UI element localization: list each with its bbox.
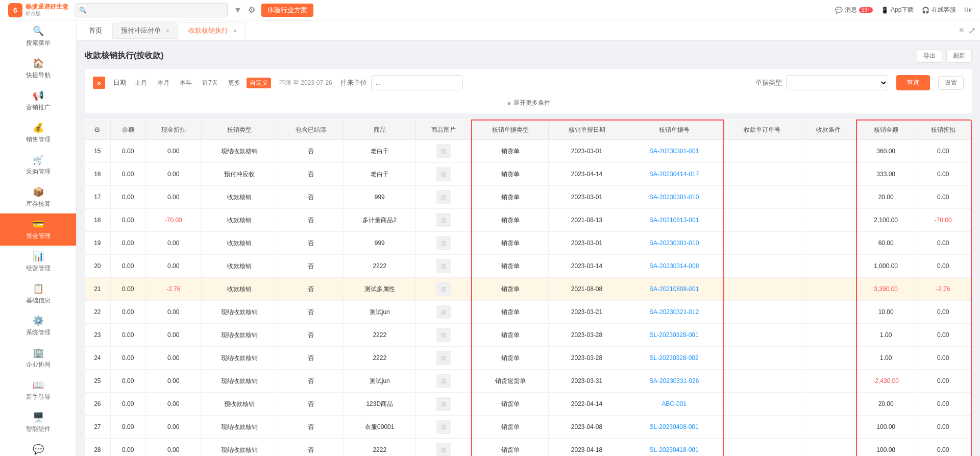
- cell-cancel-bill-no[interactable]: SA-20230414-017: [625, 163, 723, 186]
- tab-maximize-icon[interactable]: ⤢: [968, 25, 976, 36]
- industry-btn[interactable]: 休验行业方案: [261, 4, 313, 17]
- brand-name: 畅捷通谱好生意: [26, 3, 68, 10]
- sidebar-item-system[interactable]: ⚙️ 系统管理: [0, 310, 76, 342]
- bill-no-link[interactable]: SL-20230408-001: [650, 423, 699, 430]
- user-profile[interactable]: Rit: [964, 7, 972, 14]
- sidebar-item-wechat[interactable]: 💬 企业微信: [0, 439, 76, 456]
- cell-cancel-bill-no[interactable]: SL-20230418-001: [625, 439, 723, 457]
- cell-cancel-bill-no[interactable]: SA-20230321-012: [625, 301, 723, 324]
- cell-cancel-type: 现结收款核销: [201, 324, 278, 347]
- online-service-label: 在线客服: [932, 6, 956, 14]
- bill-type-filter: 单据类型: [755, 75, 888, 90]
- tab-receipt-cancel[interactable]: 收款核销执行 ×: [180, 22, 245, 39]
- sidebar-item-hardware[interactable]: 🖥️ 智能硬件: [0, 406, 76, 439]
- tab-prepay-close[interactable]: ×: [166, 28, 169, 34]
- table-row[interactable]: 26 0.00 0.00 预收款核销 否 123D商品 🖼 销货单 2022-0…: [85, 393, 971, 416]
- cell-cancel-type: 现结收款核销: [201, 347, 278, 370]
- table-row[interactable]: 16 0.00 0.00 预付冲应收 否 老白干 🖼 销货单 2023-04-1…: [85, 163, 971, 186]
- bill-no-link[interactable]: SA-20230331-026: [649, 377, 699, 385]
- date-7days[interactable]: 近7天: [198, 78, 222, 88]
- table-row[interactable]: 18 0.00 -70.00 收款核销 否 多计量商品2 🖼 销货单 2021-…: [85, 209, 971, 232]
- cell-cancel-bill-no[interactable]: SL-20230328-001: [625, 324, 723, 347]
- cell-balance: 0.00: [110, 232, 145, 255]
- top-search[interactable]: 🔍: [75, 3, 228, 17]
- cell-cancel-bill-no[interactable]: SA-20230331-026: [625, 370, 723, 393]
- cell-cancel-bill-no[interactable]: SA-20210813-001: [625, 209, 723, 232]
- bill-no-link[interactable]: SA-20230314-008: [649, 262, 699, 270]
- dropdown-icon[interactable]: ▼: [234, 6, 242, 15]
- sidebar-item-operation[interactable]: 📊 经营管理: [0, 246, 76, 278]
- cell-cancel-bill-no[interactable]: ABC-001: [625, 393, 723, 416]
- sidebar-item-search[interactable]: 🔍 搜索菜单: [0, 20, 76, 53]
- bill-no-link[interactable]: SA-20230301-010: [649, 194, 699, 201]
- sidebar-item-quicknav[interactable]: 🏠 快捷导航: [0, 53, 76, 85]
- table-row[interactable]: 17 0.00 0.00 收款核销 否 999 🖼 销货单 2023-03-01…: [85, 186, 971, 209]
- sidebar-item-inventory[interactable]: 📦 库存核算: [0, 181, 76, 213]
- cell-cancel-discount: 0.00: [915, 347, 971, 370]
- app-download-action[interactable]: 📱 App下载: [881, 6, 914, 14]
- tab-home[interactable]: 首页: [81, 22, 110, 39]
- sidebar-item-sales[interactable]: 💰 销售管理: [0, 117, 76, 149]
- settings-gear-icon[interactable]: ⚙: [248, 5, 255, 15]
- tab-prepay[interactable]: 预付冲应付单 ×: [112, 22, 178, 39]
- col-header-gear[interactable]: ⚙: [85, 120, 110, 140]
- cell-goods: 999: [344, 232, 415, 255]
- cell-cancel-bill-no[interactable]: SA-20210808-001: [625, 278, 723, 301]
- sidebar-label-basic: 基础信息: [26, 296, 51, 305]
- tab-close-all-icon[interactable]: ×: [959, 25, 964, 36]
- sidebar-item-enterprise[interactable]: 🏢 企业协同: [0, 342, 76, 374]
- date-last-month[interactable]: 上月: [131, 78, 151, 88]
- logo-icon: 6: [8, 3, 22, 17]
- bill-no-link[interactable]: SL-20230328-001: [650, 331, 699, 339]
- bill-no-link[interactable]: SA-20210808-001: [649, 285, 699, 293]
- sidebar-item-basic[interactable]: 📋 基础信息: [0, 278, 76, 310]
- bill-no-link[interactable]: SA-20230414-017: [649, 171, 699, 178]
- filter-expand-btn[interactable]: »: [93, 77, 105, 89]
- table-row[interactable]: 21 0.00 -2.76 收款核销 否 测试多属性 🖼 销货单 2021-08…: [85, 278, 971, 301]
- bill-no-link[interactable]: SL-20230328-002: [650, 354, 699, 362]
- bill-no-link[interactable]: SA-20230301-001: [649, 148, 699, 155]
- sidebar-item-purchase[interactable]: 🛒 采购管理: [0, 149, 76, 181]
- date-this-year[interactable]: 本年: [176, 78, 196, 88]
- table-row[interactable]: 20 0.00 0.00 收款核销 否 2222 🖼 销货单 2023-03-1…: [85, 255, 971, 278]
- bill-no-link[interactable]: SA-20210813-001: [649, 217, 699, 224]
- from-unit-input[interactable]: [371, 75, 463, 90]
- table-row[interactable]: 27 0.00 0.00 现结收款核销 否 衣服00001 🖼 销货单 2023…: [85, 416, 971, 439]
- date-this-month[interactable]: 本月: [153, 78, 174, 88]
- bill-no-link[interactable]: SA-20230321-012: [649, 308, 699, 316]
- table-row[interactable]: 28 0.00 0.00 现结收款核销 否 2222 🖼 销货单 2023-04…: [85, 439, 971, 457]
- cell-goods: 测试多属性: [344, 278, 415, 301]
- cell-cancel-bill-no[interactable]: SA-20230301-010: [625, 232, 723, 255]
- bill-no-link[interactable]: SA-20230301-010: [649, 239, 699, 247]
- date-custom[interactable]: 自定义: [247, 78, 271, 88]
- settings-button[interactable]: 设置: [938, 76, 964, 90]
- cell-cancel-bill-no[interactable]: SA-20230301-001: [625, 140, 723, 163]
- cell-cancel-bill-no[interactable]: SA-20230314-008: [625, 255, 723, 278]
- cell-cancel-bill-no[interactable]: SL-20230328-002: [625, 347, 723, 370]
- cell-goods-img: 🖼: [415, 301, 472, 324]
- expand-more-btn[interactable]: ∨ 展开更多条件: [507, 99, 550, 107]
- refresh-button[interactable]: 刷新: [946, 49, 972, 63]
- table-row[interactable]: 25 0.00 0.00 现结收款核销 否 测试jun 🖼 销货退货单 2023…: [85, 370, 971, 393]
- table-row[interactable]: 19 0.00 0.00 收款核销 否 999 🖼 销货单 2023-03-01…: [85, 232, 971, 255]
- notification-action[interactable]: 💬 消息 99+: [835, 6, 873, 14]
- sidebar-item-finance[interactable]: 💳 资金管理: [0, 213, 76, 246]
- table-row[interactable]: 22 0.00 0.00 现结收款核销 否 测试jun 🖼 销货单 2023-0…: [85, 301, 971, 324]
- online-service-action[interactable]: 🎧 在线客服: [922, 6, 956, 14]
- main-area: 首页 预付冲应付单 × 收款核销执行 × × ⤢ 收款核销执行(按收款) 导出: [77, 20, 980, 456]
- bill-no-link[interactable]: ABC-001: [662, 400, 687, 407]
- bill-type-select[interactable]: [786, 75, 888, 90]
- table-row[interactable]: 15 0.00 0.00 现结收款核销 否 老白干 🖼 销货单 2023-03-…: [85, 140, 971, 163]
- sidebar-item-marketing[interactable]: 📢 营销推广: [0, 85, 76, 117]
- goods-img: 🖼: [436, 328, 451, 342]
- cell-cancel-bill-no[interactable]: SL-20230408-001: [625, 416, 723, 439]
- bill-no-link[interactable]: SL-20230418-001: [650, 446, 699, 453]
- table-row[interactable]: 23 0.00 0.00 现结收款核销 否 2222 🖼 销货单 2023-03…: [85, 324, 971, 347]
- tab-receipt-cancel-close[interactable]: ×: [233, 28, 236, 34]
- cell-cancel-bill-no[interactable]: SA-20230301-010: [625, 186, 723, 209]
- table-row[interactable]: 24 0.00 0.00 现结收款核销 否 2222 🖼 销货单 2023-03…: [85, 347, 971, 370]
- date-more[interactable]: 更多: [224, 78, 244, 88]
- export-button[interactable]: 导出: [917, 49, 942, 63]
- sidebar-item-guide[interactable]: 📖 新手引导: [0, 374, 76, 406]
- query-button[interactable]: 查询: [896, 75, 930, 90]
